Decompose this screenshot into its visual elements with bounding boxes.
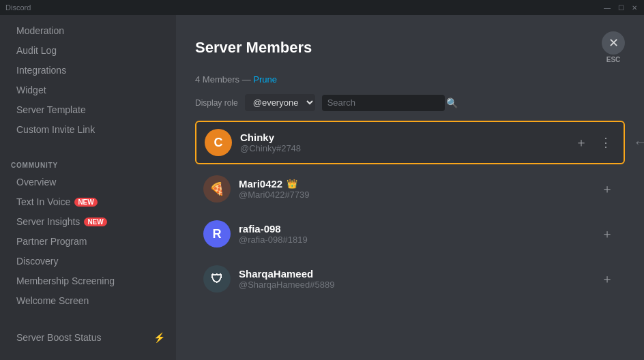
avatar-mari0422: 🍕: [203, 175, 231, 202]
sidebar-item-label: Partner Program: [16, 236, 87, 247]
sidebar-item-partner-program[interactable]: Partner Program: [5, 232, 171, 251]
sidebar-item-server-insights[interactable]: Server Insights NEW: [5, 212, 171, 231]
avatar-chinky: C: [205, 129, 232, 156]
close-button[interactable]: ✕: [630, 3, 639, 12]
sidebar-item-label: Integrations: [16, 65, 66, 76]
sidebar-item-custom-invite[interactable]: Custom Invite Link: [5, 120, 171, 139]
sidebar-item-overview[interactable]: Overview: [5, 172, 171, 192]
member-row-mari0422[interactable]: 🍕 Mari0422 👑 @Mari0422#7739 ＋: [195, 168, 625, 209]
member-actions-mari0422: ＋: [598, 179, 617, 198]
sidebar-item-label: Server Boost Status: [16, 332, 102, 343]
arrow-indicator: ←: [633, 134, 644, 151]
minimize-button[interactable]: —: [603, 3, 611, 12]
sidebar-item-integrations[interactable]: Integrations: [5, 61, 171, 80]
sidebar-item-label: Overview: [16, 177, 56, 188]
sidebar-item-label: Welcome Screen: [16, 295, 89, 306]
member-discriminator-chinky: @Chinky#2748: [240, 143, 572, 153]
display-role-select[interactable]: @everyone: [245, 94, 315, 111]
sidebar-item-label: Membership Screening: [16, 275, 115, 286]
member-info-sharqa: SharqaHameed @SharqaHameed#5889: [239, 268, 598, 290]
more-options-button-chinky[interactable]: ⋮: [596, 133, 615, 152]
sidebar-item-server-boost[interactable]: Server Boost Status ⚡: [5, 328, 171, 347]
member-row-chinky[interactable]: C Chinky @Chinky#2748 ＋ ⋮ ←: [195, 121, 625, 164]
search-box[interactable]: 🔍: [322, 95, 445, 111]
title-bar: Discord — ☐ ✕: [0, 0, 644, 15]
dash: —: [242, 74, 254, 85]
window-controls[interactable]: — ☐ ✕: [603, 3, 639, 12]
member-name-rafia: rafia-098: [239, 223, 598, 235]
app-name: Discord: [5, 3, 31, 12]
boost-icon: ⚡: [153, 332, 165, 343]
display-role-label: Display role: [195, 98, 238, 108]
member-row-sharqa[interactable]: 🛡 SharqaHameed @SharqaHameed#5889 ＋: [195, 258, 625, 299]
sidebar-item-membership-screening[interactable]: Membership Screening: [5, 271, 171, 290]
sidebar-item-widget[interactable]: Widget: [5, 80, 171, 100]
sidebar-item-label: Server Insights: [16, 216, 80, 227]
prune-link[interactable]: Prune: [253, 74, 277, 85]
sidebar: Moderation Audit Log Integrations Widget…: [0, 15, 176, 360]
avatar-rafia: R: [203, 220, 231, 247]
member-actions-sharqa: ＋: [598, 269, 617, 288]
sidebar-item-label: Custom Invite Link: [16, 124, 95, 135]
avatar-sharqa: 🛡: [203, 265, 231, 292]
crown-icon: 👑: [287, 179, 297, 189]
sidebar-section-top: Moderation Audit Log Integrations Widget…: [0, 15, 176, 145]
sidebar-section-community: Community Overview Text In Voice NEW Ser…: [0, 151, 176, 316]
member-discriminator-rafia: @rafia-098#1819: [239, 235, 598, 245]
member-actions-rafia: ＋: [598, 224, 617, 243]
member-discriminator-sharqa: @SharqaHameed#5889: [239, 280, 598, 290]
sidebar-item-text-in-voice[interactable]: Text In Voice NEW: [5, 192, 171, 211]
members-count: 4 Members: [195, 74, 239, 85]
close-area[interactable]: ✕ ESC: [602, 31, 625, 63]
sidebar-item-label: Discovery: [16, 256, 58, 267]
member-discriminator-mari0422: @Mari0422#7739: [239, 190, 598, 200]
member-info-mari0422: Mari0422 👑 @Mari0422#7739: [239, 178, 598, 200]
add-role-button-mari0422[interactable]: ＋: [598, 179, 617, 198]
sidebar-item-audit-log[interactable]: Audit Log: [5, 41, 171, 60]
sidebar-item-discovery[interactable]: Discovery: [5, 252, 171, 271]
sidebar-item-welcome-screen[interactable]: Welcome Screen: [5, 291, 171, 310]
badge-new-text-in-voice: NEW: [74, 198, 97, 207]
page-title: Server Members: [195, 39, 312, 57]
members-list: C Chinky @Chinky#2748 ＋ ⋮ ← 🍕: [195, 121, 625, 299]
filter-bar: Display role @everyone 🔍: [195, 94, 625, 111]
member-actions-chinky: ＋ ⋮: [572, 133, 615, 152]
add-role-button-chinky[interactable]: ＋: [572, 133, 591, 152]
sidebar-item-label: Server Template: [16, 104, 86, 115]
member-info-rafia: rafia-098 @rafia-098#1819: [239, 223, 598, 245]
page-header: Server Members ✕ ESC: [195, 31, 625, 63]
sidebar-item-label: Widget: [16, 85, 46, 95]
sidebar-item-label: Moderation: [16, 25, 64, 36]
badge-new-server-insights: NEW: [84, 217, 106, 226]
sidebar-category-community: Community: [0, 156, 176, 172]
close-button[interactable]: ✕: [602, 31, 625, 55]
search-input[interactable]: [327, 97, 442, 108]
sidebar-item-label: Text In Voice: [16, 196, 70, 207]
members-sub-info: 4 Members — Prune: [195, 74, 625, 85]
esc-label: ESC: [606, 56, 621, 63]
main-content: Server Members ✕ ESC 4 Members — Prune D…: [176, 15, 644, 360]
add-role-button-sharqa[interactable]: ＋: [598, 269, 617, 288]
maximize-button[interactable]: ☐: [617, 3, 625, 12]
member-name-mari0422: Mari0422 👑: [239, 178, 598, 190]
add-role-button-rafia[interactable]: ＋: [598, 224, 617, 243]
sidebar-item-server-template[interactable]: Server Template: [5, 100, 171, 119]
sidebar-section-boost: Server Boost Status ⚡: [0, 322, 176, 353]
app-body: Moderation Audit Log Integrations Widget…: [0, 15, 644, 360]
member-info-chinky: Chinky @Chinky#2748: [240, 132, 572, 153]
search-icon: 🔍: [446, 97, 458, 108]
sidebar-item-moderation[interactable]: Moderation: [5, 21, 171, 40]
member-name-sharqa: SharqaHameed: [239, 268, 598, 280]
sidebar-item-label: Audit Log: [16, 45, 57, 56]
member-row-rafia[interactable]: R rafia-098 @rafia-098#1819 ＋: [195, 213, 625, 254]
member-name-chinky: Chinky: [240, 132, 572, 143]
